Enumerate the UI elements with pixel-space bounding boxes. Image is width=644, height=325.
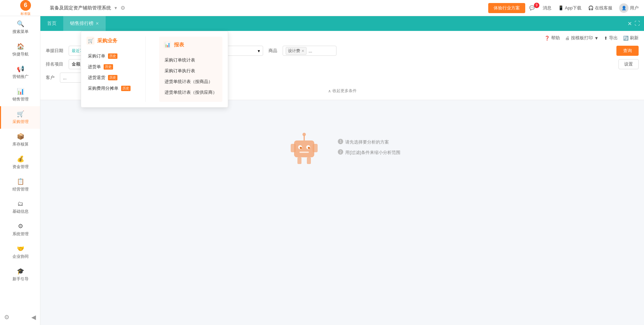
- print-dropdown-arrow[interactable]: ▼: [594, 36, 599, 41]
- goods-input[interactable]: 设计费 ✕ ...: [283, 46, 336, 56]
- sidebar-item-finance[interactable]: 💰 资金管理: [0, 151, 40, 174]
- inventory-icon: 📦: [17, 133, 24, 140]
- top-header: 6 标准版 装备及固定资产辅助管理系统 ▼ ⚙ 体验行业方案 💬 9 消息 📱 …: [0, 0, 644, 16]
- headset-icon: 🎧: [588, 5, 594, 10]
- customer-label: 客户: [46, 75, 55, 81]
- sidebar-item-shortcut[interactable]: 🏠 快捷导航: [0, 39, 40, 61]
- menu-item-incoming[interactable]: 进货单 历史: [86, 62, 132, 72]
- app-download-item[interactable]: 📱 App下载: [558, 5, 581, 11]
- incoming-label: 进货单: [88, 64, 101, 70]
- tab-bar: 首页 销售排行榜 ✕ ✕ ⛶: [40, 16, 644, 31]
- home-icon: 🏠: [17, 43, 24, 50]
- empty-hints: 1 请先选择要分析的方案 2 用[过滤]条件来缩小分析范围: [338, 138, 400, 157]
- svg-rect-4: [307, 157, 311, 164]
- export-icon: ⬆: [604, 36, 608, 41]
- return-history-tag[interactable]: 历史: [108, 75, 117, 80]
- sidebar-bottom: ⚙ ◀: [0, 310, 40, 325]
- sidebar-item-basic[interactable]: 🗂 基础信息: [0, 196, 40, 218]
- system-dropdown-arrow[interactable]: ▼: [114, 6, 118, 10]
- online-service-item[interactable]: 🎧 在线客服: [588, 5, 612, 11]
- empty-state: 1 请先选择要分析的方案 2 用[过滤]条件来缩小分析范围: [40, 100, 644, 194]
- incoming-history-tag[interactable]: 历史: [104, 64, 113, 70]
- svg-rect-1: [291, 144, 296, 152]
- system-icon: ⚙: [18, 222, 23, 230]
- status-dropdown-arrow: ▾: [258, 48, 260, 53]
- basic-icon: 🗂: [17, 200, 24, 207]
- enterprise-icon: 🤝: [17, 245, 24, 252]
- customer-more-dots[interactable]: ...: [63, 75, 67, 80]
- purchase-icon: 🛒: [17, 110, 24, 118]
- supplier-stats-label: 进货单统计表（按供应商）: [165, 89, 217, 95]
- return-label: 进货退货: [88, 75, 105, 81]
- date-label: 单据日期: [46, 48, 63, 54]
- user-item[interactable]: 👤 用户: [619, 3, 639, 13]
- help-link[interactable]: ❓ 帮助: [544, 35, 560, 41]
- menu-item-order-stats[interactable]: 采购订单统计表: [163, 55, 218, 66]
- query-button[interactable]: 查询: [616, 46, 639, 56]
- tab-bar-right: ✕ ⛶: [628, 21, 644, 27]
- sidebar-label-system: 系统管理: [12, 231, 29, 237]
- goods-label: 商品: [269, 48, 277, 54]
- goods-tag[interactable]: 设计费 ✕: [286, 47, 307, 55]
- goods-tag-close[interactable]: ✕: [301, 49, 304, 53]
- sidebar-item-marketing[interactable]: 📢 营销推广: [0, 61, 40, 84]
- refresh-link[interactable]: 🔄 刷新: [623, 35, 639, 41]
- svg-point-7: [300, 147, 302, 149]
- message-item[interactable]: 💬 9 消息: [529, 5, 551, 11]
- purchase-section-icon: 🛒: [86, 37, 95, 45]
- logo-subtext: 标准版: [21, 11, 31, 16]
- sidebar-label-search: 搜索菜单: [12, 29, 29, 35]
- print-icon: 🖨: [565, 36, 570, 41]
- set-button[interactable]: 设置: [618, 59, 639, 69]
- expense-label: 采购费用分摊单: [88, 85, 118, 91]
- sidebar-label-shortcut: 快捷导航: [12, 51, 29, 57]
- order-exec-label: 采购订单执行表: [165, 68, 195, 74]
- sidebar-item-inventory[interactable]: 📦 库存核算: [0, 129, 40, 151]
- online-service-label: 在线客服: [595, 5, 612, 11]
- menu-item-return[interactable]: 进货退货 历史: [86, 72, 132, 83]
- refresh-icon: 🔄: [623, 36, 629, 41]
- empty-illustration: [284, 127, 324, 167]
- step-1-num: 1: [338, 139, 343, 144]
- menu-purchase-title: 🛒 采购业务: [86, 37, 132, 47]
- sidebar-item-search[interactable]: 🔍 搜索菜单: [0, 16, 40, 39]
- empty-hint-2: 2 用[过滤]条件来缩小分析范围: [338, 149, 400, 156]
- system-title-text: 装备及固定资产辅助管理系统: [50, 5, 111, 11]
- header-right: 💬 9 消息 📱 App下载 🎧 在线客服 👤 用户: [529, 3, 639, 13]
- gear-icon[interactable]: ⚙: [120, 5, 125, 11]
- menu-item-purchase-order[interactable]: 采购订单 历史: [86, 51, 132, 62]
- hint-1-text: 请先选择要分析的方案: [345, 138, 389, 146]
- tab-close-all-icon[interactable]: ✕: [628, 21, 632, 27]
- sidebar-collapse-icon[interactable]: ◀: [31, 314, 36, 321]
- expense-history-tag[interactable]: 历史: [121, 86, 131, 91]
- menu-item-order-exec[interactable]: 采购订单执行表: [163, 66, 218, 76]
- goods-more-dots[interactable]: ...: [309, 48, 312, 53]
- sidebar-label-basic: 基础信息: [12, 209, 29, 214]
- search-icon: 🔍: [17, 20, 24, 28]
- app-download-label: App下载: [565, 5, 581, 11]
- tab-home[interactable]: 首页: [40, 16, 63, 31]
- sidebar-item-system[interactable]: ⚙ 系统管理: [0, 218, 40, 241]
- svg-rect-3: [297, 157, 301, 164]
- tab-close-icon[interactable]: ✕: [96, 21, 99, 26]
- purchase-order-history-tag[interactable]: 历史: [108, 53, 117, 59]
- sidebar-item-guide[interactable]: 🎓 新手引导: [0, 263, 40, 286]
- sidebar-item-enterprise[interactable]: 🤝 企业协同: [0, 241, 40, 263]
- hint-2-text: 用[过滤]条件来缩小分析范围: [345, 149, 400, 156]
- menu-item-expense[interactable]: 采购费用分摊单 历史: [86, 83, 132, 94]
- print-link[interactable]: 🖨 按模板打印 ▼: [565, 35, 599, 41]
- sidebar-settings-icon[interactable]: ⚙: [4, 314, 9, 321]
- system-title-area: 装备及固定资产辅助管理系统 ▼ ⚙: [50, 5, 484, 11]
- sidebar-item-purchase[interactable]: 🛒 采购管理: [0, 106, 40, 129]
- trial-button[interactable]: 体验行业方案: [488, 3, 525, 13]
- menu-item-goods-stats[interactable]: 进货单统计表（按商品）: [163, 76, 218, 87]
- export-link[interactable]: ⬆ 导出: [604, 35, 618, 41]
- phone-icon: 📱: [558, 5, 564, 10]
- empty-hint-1: 1 请先选择要分析的方案: [338, 138, 400, 146]
- sidebar-item-operations[interactable]: 📋 经营管理: [0, 174, 40, 196]
- menu-purchase-section: 🛒 采购业务 采购订单 历史 进货单 历史 进货退货 历史 采购费用分摊单: [86, 37, 132, 102]
- sidebar-item-sales[interactable]: 📊 销售管理: [0, 84, 40, 106]
- tab-expand-icon[interactable]: ⛶: [635, 21, 640, 27]
- menu-item-supplier-stats[interactable]: 进货单统计表（按供应商）: [163, 87, 218, 98]
- tab-sales-rank[interactable]: 销售排行榜 ✕: [63, 16, 106, 31]
